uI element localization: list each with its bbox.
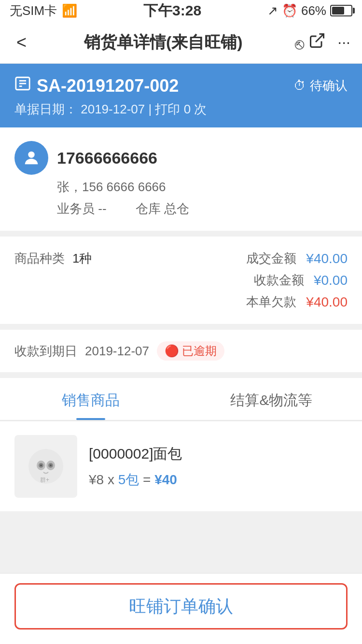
status-clock-icon: ⏱ <box>293 78 306 93</box>
product-quantity: 5包 <box>118 472 139 487</box>
battery-icon <box>330 5 352 16</box>
summary-section: 商品种类 1种 成交金额 ¥40.00 收款金额 ¥0.00 本单欠款 ¥40.… <box>0 237 362 324</box>
customer-section: 17666666666 张，156 6666 6666 业务员 -- 仓库 总仓 <box>0 127 362 231</box>
due-date-label: 收款到期日 <box>14 343 77 360</box>
tabs-container: 销售商品 结算&物流等 <box>0 378 362 420</box>
alarm-icon: ⏰ <box>282 3 297 18</box>
product-type-label: 商品种类 <box>14 250 65 267</box>
product-item: 群+ [0000002]面包 ¥8 x 5包 = ¥40 <box>0 421 362 512</box>
customer-phone[interactable]: 17666666666 <box>57 149 157 168</box>
order-id: SA-20191207-002 <box>14 75 179 96</box>
status-left: 无SIM卡 📶 <box>10 2 77 19</box>
product-info: [0000002]面包 ¥8 x 5包 = ¥40 <box>89 444 348 489</box>
overdue-badge: 🔴 已逾期 <box>157 341 224 361</box>
status-label: 待确认 <box>310 77 348 94</box>
share-button[interactable]: ⎋ <box>295 32 326 53</box>
battery-percent: 66% <box>301 3 326 18</box>
order-status: ⏱ 待确认 <box>293 77 348 94</box>
overdue-icon: 🔴 <box>165 344 179 358</box>
warehouse-label: 仓库 总仓 <box>136 200 189 217</box>
deal-amount-row: 成交金额 ¥40.00 <box>246 250 348 267</box>
owed-amount-row: 本单欠款 ¥40.00 <box>246 294 348 310</box>
amount-summary: 成交金额 ¥40.00 收款金额 ¥0.00 本单欠款 ¥40.00 <box>246 250 348 310</box>
product-total: ¥40 <box>154 472 177 487</box>
wifi-icon: 📶 <box>62 3 77 18</box>
carrier-text: 无SIM卡 <box>10 2 57 19</box>
page-title: 销货单详情(来自旺铺) <box>31 31 295 54</box>
svg-point-5 <box>28 152 34 158</box>
tab-sales-products[interactable]: 销售商品 <box>0 378 181 420</box>
status-time: 下午3:28 <box>143 1 201 21</box>
received-amount-value: ¥0.00 <box>314 273 348 288</box>
received-amount-row: 收款金额 ¥0.00 <box>254 272 348 289</box>
more-button[interactable]: ··· <box>337 33 350 51</box>
customer-row: 17666666666 <box>14 141 348 175</box>
svg-text:群+: 群+ <box>40 476 49 483</box>
svg-point-11 <box>40 464 42 466</box>
confirm-order-button[interactable]: 旺铺订单确认 <box>14 583 348 630</box>
deal-amount-value: ¥40.00 <box>306 251 348 266</box>
product-name: [0000002]面包 <box>89 444 348 464</box>
status-right: ↗ ⏰ 66% <box>267 3 352 18</box>
svg-line-0 <box>316 34 324 42</box>
sales-label: 业务员 -- <box>57 200 107 217</box>
product-section: 群+ [0000002]面包 ¥8 x 5包 = ¥40 <box>0 421 362 512</box>
customer-avatar <box>14 141 48 175</box>
product-thumbnail: 群+ <box>14 435 77 498</box>
order-icon <box>14 75 31 96</box>
overdue-text: 已逾期 <box>182 343 217 359</box>
customer-meta: 业务员 -- 仓库 总仓 <box>57 200 348 217</box>
location-icon: ↗ <box>267 3 278 18</box>
customer-name-phone: 张，156 6666 6666 <box>57 179 348 196</box>
status-bar: 无SIM卡 📶 下午3:28 ↗ ⏰ 66% <box>0 0 362 21</box>
due-date-value: 2019-12-07 <box>85 344 149 359</box>
owed-amount-value: ¥40.00 <box>306 294 348 310</box>
nav-right-actions: ⎋ ··· <box>295 32 350 53</box>
order-date: 单据日期： 2019-12-07 | 打印 0 次 <box>14 101 348 118</box>
owed-amount-label: 本单欠款 <box>246 294 296 310</box>
deal-amount-label: 成交金额 <box>246 250 296 267</box>
bottom-bar: 旺铺订单确认 <box>0 573 362 644</box>
tab-settlement-logistics[interactable]: 结算&物流等 <box>181 378 362 420</box>
product-price: ¥8 x 5包 = ¥40 <box>89 471 348 489</box>
nav-bar: < 销货单详情(来自旺铺) ⎋ ··· <box>0 21 362 64</box>
received-amount-label: 收款金额 <box>254 272 304 289</box>
due-date-section: 收款到期日 2019-12-07 🔴 已逾期 <box>0 330 362 372</box>
product-type-value: 1种 <box>72 250 92 267</box>
back-button[interactable]: < <box>12 28 31 57</box>
order-header: SA-20191207-002 ⏱ 待确认 单据日期： 2019-12-07 |… <box>0 64 362 127</box>
svg-point-12 <box>50 464 52 466</box>
product-type: 商品种类 1种 <box>14 250 246 267</box>
